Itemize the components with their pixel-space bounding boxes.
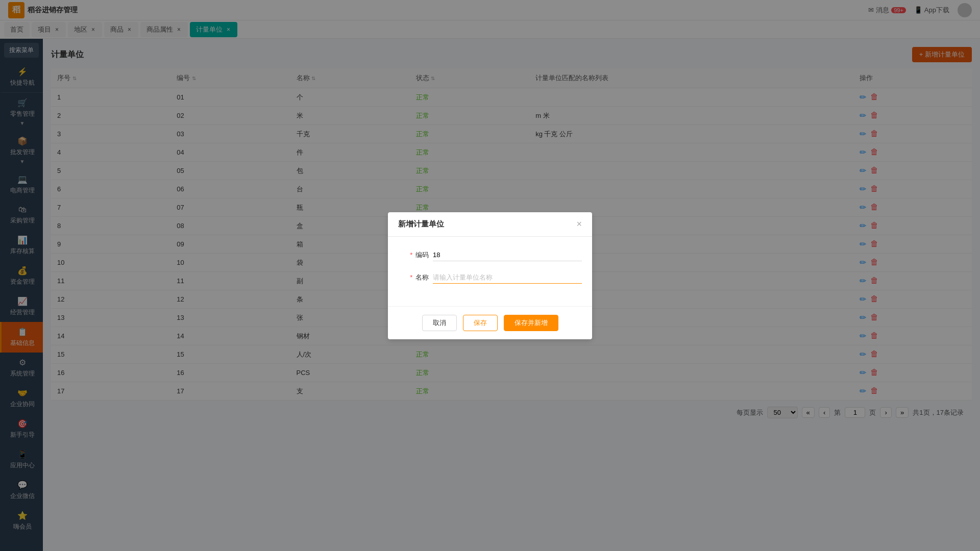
modal-close-button[interactable]: × — [576, 219, 582, 229]
save-and-new-button[interactable]: 保存并新增 — [504, 315, 558, 331]
modal-header: 新增计量单位 × — [388, 212, 592, 237]
cancel-button[interactable]: 取消 — [422, 315, 457, 331]
name-label-text: 名称 — [415, 273, 429, 281]
code-input[interactable] — [433, 249, 582, 261]
name-input[interactable] — [433, 271, 582, 284]
modal-overlay: 新增计量单位 × * 编码 * 名称 取消 保存 保存并新增 — [0, 0, 980, 551]
save-button[interactable]: 保存 — [463, 315, 498, 331]
modal-body: * 编码 * 名称 — [388, 237, 592, 306]
modal-footer: 取消 保存 保存并新增 — [388, 306, 592, 339]
required-star: * — [410, 251, 412, 259]
code-label-text: 编码 — [415, 251, 429, 259]
form-row-code: * 编码 — [398, 249, 582, 261]
add-unit-modal: 新增计量单位 × * 编码 * 名称 取消 保存 保存并新增 — [388, 212, 592, 339]
code-label: * 编码 — [398, 251, 429, 260]
modal-title: 新增计量单位 — [398, 219, 444, 229]
form-row-name: * 名称 — [398, 271, 582, 284]
required-star-name: * — [410, 273, 412, 281]
name-label: * 名称 — [398, 273, 429, 282]
